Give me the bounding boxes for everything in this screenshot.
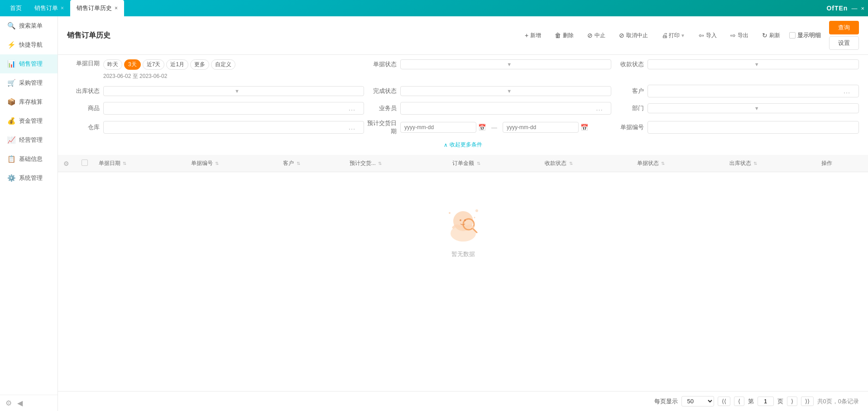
expected-date-end[interactable] [503, 122, 579, 133]
stop-button[interactable]: ⊘ 中止 [583, 30, 610, 41]
sidebar-item-quick-nav[interactable]: ⚡ 快捷导航 [0, 35, 58, 54]
prev-page-btn[interactable]: ⟨ [734, 396, 744, 406]
display-toggle-checkbox[interactable] [789, 32, 796, 39]
sidebar-item-quick-nav-label: 快捷导航 [19, 41, 43, 49]
department-arrow-icon: ▼ [754, 106, 855, 111]
th-date[interactable]: 单据日期 ⇅ [93, 155, 186, 172]
th-amount-label: 订单金额 [452, 160, 474, 166]
top-bar: 首页 销售订单 × 销售订单历史 × OfTEn — × [0, 0, 868, 16]
product-input-wrapper[interactable]: … [103, 102, 364, 115]
th-order-status[interactable]: 单据状态 ⇅ [632, 155, 724, 172]
empty-state: 暂无数据 [58, 172, 868, 285]
calendar-end-icon[interactable]: 📅 [580, 124, 588, 131]
sidebar-collapse-icon[interactable]: ◀ [17, 399, 23, 407]
sidebar-item-basic-info[interactable]: 📋 基础信息 [0, 150, 58, 169]
expected-date-start[interactable] [400, 122, 476, 133]
sidebar-item-purchase-mgmt[interactable]: 🛒 采购管理 [0, 73, 58, 92]
query-button[interactable]: 查询 [829, 21, 859, 34]
date-btn-custom[interactable]: 自定义 [211, 59, 235, 70]
sidebar-item-inventory-label: 库存核算 [19, 98, 43, 106]
cancel-stop-button[interactable]: ⊘ 取消中止 [614, 30, 652, 41]
date-filter-controls: 昨天 3天 近7天 近1月 更多 自定义 2023-06-02 至 2023-0… [103, 59, 235, 80]
department-select[interactable]: ▼ [647, 103, 859, 113]
page-label: 第 [748, 397, 754, 406]
tab-home[interactable]: 首页 [4, 0, 28, 16]
print-button[interactable]: 🖨 打印 ▼ [657, 30, 690, 41]
th-customer[interactable]: 客户 ⇅ [278, 155, 344, 172]
th-delivery-status-sort-icon: ⇅ [753, 161, 757, 166]
th-settings[interactable]: ⚙ [58, 155, 76, 172]
import-button[interactable]: ⇦ 导入 [694, 30, 721, 41]
date-btn-more[interactable]: 更多 [190, 59, 209, 70]
minimize-btn[interactable]: — [851, 5, 857, 12]
payment-status-select[interactable]: ▼ [647, 59, 859, 69]
date-btn-3days[interactable]: 3天 [124, 59, 141, 70]
warehouse-input-wrapper[interactable]: … [103, 121, 364, 134]
th-payment-status-sort-icon: ⇅ [569, 161, 573, 166]
order-status-select[interactable]: ▼ [400, 59, 612, 69]
last-page-btn[interactable]: ⟩⟩ [801, 396, 814, 406]
settings-button[interactable]: 设置 [829, 36, 859, 50]
th-expected-date[interactable]: 预计交货... ⇅ [344, 155, 447, 172]
first-page-btn[interactable]: ⟨⟨ [718, 396, 730, 406]
date-btn-7days[interactable]: 近7天 [143, 59, 165, 70]
refresh-button[interactable]: ↻ 刷新 [758, 30, 785, 41]
th-no[interactable]: 单据编号 ⇅ [186, 155, 278, 172]
tab-sales-order-close[interactable]: × [61, 5, 64, 11]
product-dots-icon[interactable]: … [345, 104, 360, 112]
th-payment-status[interactable]: 收款状态 ⇅ [539, 155, 632, 172]
sidebar-item-finance[interactable]: 💰 资金管理 [0, 111, 58, 131]
customer-dots-icon[interactable]: … [839, 87, 855, 95]
th-date-sort-icon: ⇅ [123, 161, 126, 166]
empty-illustration [441, 199, 486, 245]
delivery-status-select[interactable]: ▼ [103, 86, 364, 96]
select-all-checkbox[interactable] [82, 160, 88, 166]
order-status-filter: 单据状态 ▼ [364, 59, 612, 69]
sidebar-item-search-menu[interactable]: 🔍 搜索菜单 [0, 16, 58, 35]
brand-text: OfTEn [826, 5, 848, 12]
tab-sales-order[interactable]: 销售订单 × [28, 0, 70, 16]
date-btn-yesterday[interactable]: 昨天 [103, 59, 122, 70]
expected-date-filter: 预计交货日期 📅 — 📅 [364, 119, 612, 135]
th-ops: 操作 [816, 155, 868, 172]
export-label: 导出 [738, 32, 748, 39]
warehouse-dots-icon[interactable]: … [345, 123, 360, 131]
calendar-start-icon[interactable]: 📅 [478, 124, 486, 131]
order-no-input-wrapper[interactable] [647, 121, 859, 134]
sidebar-item-operations[interactable]: 📈 经营管理 [0, 131, 58, 150]
customer-input-wrapper[interactable]: … [647, 85, 859, 97]
salesperson-input-wrapper[interactable]: … [400, 102, 612, 115]
print-label: 打印 [669, 32, 680, 39]
table-settings-gear-icon[interactable]: ⚙ [63, 160, 69, 167]
sidebar-item-purchase-mgmt-label: 采购管理 [19, 79, 43, 87]
th-checkbox[interactable] [76, 155, 93, 172]
date-btn-1month[interactable]: 近1月 [166, 59, 188, 70]
expected-date-label: 预计交货日期 [364, 119, 400, 135]
page-input[interactable] [758, 396, 774, 406]
filter-row-3: 商品 … 业务员 … 部门 [67, 102, 859, 115]
date-filter-label: 单据日期 [67, 59, 103, 68]
delete-button[interactable]: 🗑 删除 [550, 30, 578, 41]
tab-sales-order-history[interactable]: 销售订单历史 × [70, 0, 124, 16]
th-no-sort-icon: ⇅ [215, 161, 219, 166]
th-amount[interactable]: 订单金额 ⇅ [447, 155, 539, 172]
svg-point-6 [449, 212, 451, 214]
tab-sales-order-history-close[interactable]: × [115, 5, 118, 11]
per-page-select[interactable]: 50 20 100 200 [681, 396, 714, 406]
export-button[interactable]: ⇨ 导出 [726, 30, 753, 41]
delivery-status-label: 出库状态 [67, 87, 103, 95]
collapse-button[interactable]: ∧ 收起更多条件 [444, 139, 482, 150]
complete-status-select[interactable]: ▼ [400, 86, 612, 96]
next-page-btn[interactable]: ⟩ [787, 396, 797, 406]
close-btn[interactable]: × [861, 5, 864, 12]
th-delivery-status[interactable]: 出库状态 ⇅ [724, 155, 816, 172]
sidebar-item-finance-label: 资金管理 [19, 117, 43, 125]
sidebar-item-system-mgmt[interactable]: ⚙️ 系统管理 [0, 169, 58, 188]
sidebar-settings-icon[interactable]: ⚙ [5, 399, 12, 407]
add-button[interactable]: + 新增 [520, 30, 546, 41]
sidebar-item-sales-mgmt[interactable]: 📊 销售管理 [0, 54, 58, 73]
finance-icon: 💰 [7, 117, 15, 125]
salesperson-dots-icon[interactable]: … [592, 104, 607, 112]
sidebar-item-inventory[interactable]: 📦 库存核算 [0, 92, 58, 111]
display-toggle[interactable]: 显示明细 [789, 31, 821, 39]
